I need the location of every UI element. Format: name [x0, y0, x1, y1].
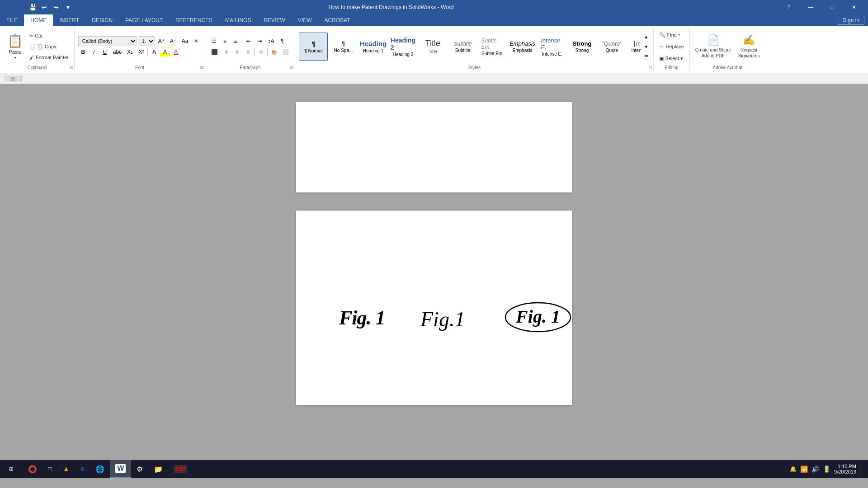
volume-icon: 🔊 [811, 465, 819, 473]
tab-review[interactable]: REVIEW [257, 14, 291, 26]
tab-page-layout[interactable]: PAGE LAYOUT [119, 14, 169, 26]
styles-expand-icon[interactable]: ⌘ [648, 66, 652, 70]
figure-3: Fig. 1 [504, 299, 572, 335]
maximize-button[interactable]: □ [822, 0, 843, 14]
font-size-select[interactable]: 11 12 [138, 36, 155, 46]
select-button[interactable]: ▣ Select ▾ [657, 53, 685, 63]
line-spacing-button[interactable]: ≡ [256, 47, 266, 57]
align-center-button[interactable]: ≡ [221, 47, 231, 57]
undo-button[interactable]: ↩ [39, 2, 50, 13]
editing-group-content: 🔍 Find ▾ ↔ Replace ▣ Select ▾ [656, 28, 686, 64]
ruler-corner[interactable]: ⊞ [10, 75, 15, 82]
tab-file[interactable]: FILE [0, 14, 24, 26]
sign-in-button[interactable]: Sign in [838, 16, 864, 25]
borders-button[interactable]: ⬜ [280, 47, 291, 57]
ribbon-content: 📋 Paste ▾ ✂ Cut 📄 📋 Copy 🖌 Form [0, 26, 868, 73]
font-group-content: Calibri (Body) 11 12 A⁺ A⁻ Aa ✕ B I U ab… [77, 28, 203, 64]
title-bar: 💾 ↩ ↪ ▾ How to make Patent Drawings in S… [0, 0, 868, 14]
tab-insert[interactable]: INSERT [53, 14, 85, 26]
style-heading2[interactable]: Heading 2 Heading 2 [388, 33, 417, 61]
help-button[interactable]: ? [778, 0, 799, 14]
style-intense-quote[interactable]: Int. Q Intense Q. [627, 33, 641, 61]
taskbar-app-avast[interactable]: ▲ [57, 460, 75, 478]
show-desktop-button[interactable] [860, 460, 863, 478]
taskbar-app-solidworks[interactable]: SW [168, 460, 192, 478]
tab-mailings[interactable]: MAILINGS [219, 14, 257, 26]
increase-font-size-button[interactable]: A⁺ [156, 36, 167, 46]
taskbar-app-cortana[interactable]: ⭕ [23, 460, 42, 478]
paragraph-expand-icon[interactable]: ⌘ [290, 66, 294, 70]
document-page-2[interactable]: Fig. 1 Fig.1 Fig. 1 [296, 211, 572, 405]
highlight-button[interactable]: A [160, 47, 170, 57]
create-share-pdf-button[interactable]: 📄 Create and ShareAdobe PDF [693, 33, 733, 60]
tab-view[interactable]: VIEW [292, 14, 318, 26]
styles-scroll-down-button[interactable]: ▼ [642, 42, 650, 51]
taskbar-app-settings[interactable]: ⚙ [131, 460, 148, 478]
styles-more-button[interactable]: ☰ [642, 52, 650, 61]
style-no-spacing[interactable]: ¶ No Spa... [329, 33, 358, 61]
text-effects-button[interactable]: A [149, 47, 159, 57]
style-subtitle[interactable]: Subtitle Subtitle [448, 33, 477, 61]
change-case-button[interactable]: Aa [179, 36, 191, 46]
decrease-font-size-button[interactable]: A⁻ [168, 36, 179, 46]
style-subtle-emphasis[interactable]: Subtle Em. Subtle Em. [478, 33, 507, 61]
find-button[interactable]: 🔍 Find ▾ [657, 30, 681, 40]
multilevel-list-button[interactable]: ≣ [231, 36, 241, 46]
replace-button[interactable]: ↔ Replace [657, 42, 685, 52]
request-signatures-button[interactable]: ✍ RequestSignatures [736, 33, 762, 60]
clear-formatting-button[interactable]: ✕ [191, 36, 201, 46]
styles-scroll-up-button[interactable]: ▲ [642, 32, 650, 41]
quick-access-more-button[interactable]: ▾ [62, 2, 73, 13]
taskbar-app-explorer[interactable]: 📁 [148, 460, 168, 478]
justify-button[interactable]: ≡ [243, 47, 253, 57]
redo-button[interactable]: ↪ [51, 2, 61, 13]
tab-design[interactable]: DESIGN [85, 14, 119, 26]
editing-label: Editing [656, 64, 686, 71]
style-heading1[interactable]: Heading Heading 1 [359, 33, 387, 61]
strikethrough-button[interactable]: abc [111, 47, 124, 57]
align-right-button[interactable]: ≡ [232, 47, 242, 57]
bold-button[interactable]: B [78, 47, 88, 57]
decrease-indent-button[interactable]: ⇤ [244, 36, 254, 46]
document-page-1[interactable] [296, 102, 572, 192]
format-painter-button[interactable]: 🖌 Format Painter [28, 52, 71, 62]
tab-references[interactable]: REFERENCES [169, 14, 219, 26]
style-title[interactable]: Title Title [418, 33, 447, 61]
show-marks-button[interactable]: ¶ [277, 36, 287, 46]
clock[interactable]: 1:10 PM 9/20/2019 [834, 464, 856, 474]
minimize-button[interactable]: — [800, 0, 821, 14]
tab-acrobat[interactable]: ACROBAT [318, 14, 356, 26]
subscript-button[interactable]: X₂ [125, 47, 135, 57]
style-normal[interactable]: ¶ ¶ Normal [299, 33, 328, 61]
sort-button[interactable]: ↕A [265, 36, 276, 46]
style-strong[interactable]: Strong Strong [567, 33, 596, 61]
format-painter-icon: 🖌 [29, 55, 34, 60]
font-color-button[interactable]: A [171, 47, 181, 57]
taskbar-app-word[interactable]: W [110, 460, 131, 478]
style-quote[interactable]: "Quote" Quote [597, 33, 626, 61]
copy-button[interactable]: 📄 📋 Copy [28, 42, 71, 52]
bullets-button[interactable]: ☰ [209, 36, 219, 46]
paste-button[interactable]: 📋 Paste ▾ [4, 30, 27, 63]
shading-button[interactable]: 🎨 [269, 47, 279, 57]
clipboard-expand-icon[interactable]: ⌘ [69, 66, 73, 70]
taskbar-app-edge[interactable]: e [75, 460, 90, 478]
italic-button[interactable]: I [89, 47, 99, 57]
underline-button[interactable]: U [100, 47, 110, 57]
align-left-button[interactable]: ⬛ [209, 47, 220, 57]
fig1-text: Fig. 1 [337, 310, 391, 333]
style-emphasis[interactable]: Emphasis Emphasis [508, 33, 537, 61]
tab-home[interactable]: HOME [24, 14, 53, 26]
numbering-button[interactable]: ≡ [220, 36, 230, 46]
taskbar-app-taskview[interactable]: □ [42, 460, 57, 478]
increase-indent-button[interactable]: ⇥ [255, 36, 264, 46]
style-intense-emphasis[interactable]: Intense E. Intense E. [538, 33, 566, 61]
start-button[interactable]: ⊞ [0, 460, 23, 478]
taskbar-app-ie[interactable]: 🌐 [90, 460, 110, 478]
font-family-select[interactable]: Calibri (Body) [78, 36, 137, 46]
superscript-button[interactable]: X² [136, 47, 146, 57]
cut-button[interactable]: ✂ Cut [28, 31, 71, 41]
close-button[interactable]: ✕ [844, 0, 864, 14]
save-button[interactable]: 💾 [27, 2, 38, 13]
font-expand-icon[interactable]: ⌘ [200, 66, 204, 70]
